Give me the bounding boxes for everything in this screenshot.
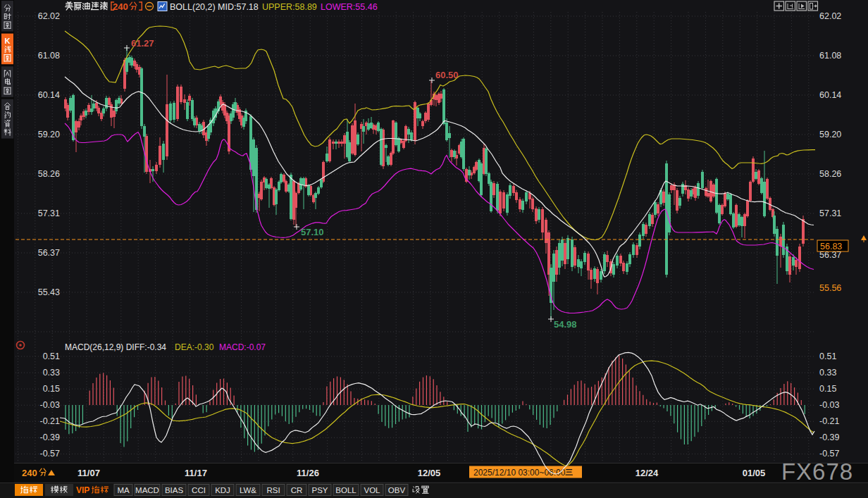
svg-text:BOLL: BOLL [335, 486, 356, 494]
svg-text:-0.57: -0.57 [819, 449, 840, 459]
svg-text:MA: MA [117, 486, 130, 494]
svg-text:LW&: LW& [240, 486, 256, 494]
svg-text:57.10: 57.10 [301, 227, 324, 237]
svg-text:0.15: 0.15 [819, 384, 836, 394]
svg-text:-0.03: -0.03 [40, 400, 61, 410]
svg-text:11/26: 11/26 [297, 468, 319, 478]
svg-text:-0.57: -0.57 [40, 449, 61, 459]
svg-text:DEA:-0.30: DEA:-0.30 [175, 342, 214, 352]
svg-text:12/05: 12/05 [418, 468, 441, 478]
svg-text:59.20: 59.20 [819, 130, 841, 139]
svg-text:60.14: 60.14 [38, 90, 60, 100]
svg-text:60.14: 60.14 [819, 90, 841, 100]
svg-text:VIP: VIP [76, 485, 89, 495]
svg-text:60.50: 60.50 [435, 70, 459, 80]
svg-text:01/05: 01/05 [743, 468, 766, 478]
svg-text:-0.39: -0.39 [40, 432, 61, 442]
svg-text:LOWER:55.46: LOWER:55.46 [321, 2, 378, 12]
svg-text:-0.21: -0.21 [819, 416, 840, 426]
svg-text:K: K [5, 37, 11, 45]
svg-text:UPPER:58.89: UPPER:58.89 [262, 2, 317, 12]
svg-text:56.37: 56.37 [38, 248, 60, 258]
svg-text:62.02: 62.02 [38, 11, 60, 21]
svg-text:-0.21: -0.21 [40, 416, 61, 426]
svg-text:62.02: 62.02 [819, 11, 841, 21]
svg-text:KDJ: KDJ [215, 486, 230, 494]
svg-text:PSY: PSY [311, 486, 328, 494]
svg-text:MACD:-0.07: MACD:-0.07 [219, 342, 266, 352]
svg-text:240: 240 [113, 1, 128, 12]
svg-text:BIAS: BIAS [165, 486, 184, 494]
svg-text:56.83: 56.83 [820, 242, 842, 251]
svg-text:0.33: 0.33 [43, 368, 60, 378]
svg-text:BOLL(20,2) MID:57.18: BOLL(20,2) MID:57.18 [170, 2, 259, 12]
svg-text:61.08: 61.08 [38, 51, 60, 61]
svg-text:CCI: CCI [192, 486, 206, 494]
svg-text:MACD(26,12,9) DIFF:-0.34: MACD(26,12,9) DIFF:-0.34 [65, 342, 166, 352]
svg-text:11/07: 11/07 [78, 468, 100, 478]
svg-text:0.51: 0.51 [819, 351, 836, 361]
svg-text:58.26: 58.26 [38, 169, 60, 179]
svg-text:55.43: 55.43 [38, 287, 60, 297]
svg-text:0.15: 0.15 [43, 384, 60, 394]
svg-text:57.31: 57.31 [38, 208, 60, 218]
svg-text:-0.39: -0.39 [819, 432, 840, 442]
svg-text:FX678: FX678 [781, 459, 853, 485]
svg-text:59.20: 59.20 [38, 130, 60, 139]
svg-text:57.31: 57.31 [819, 208, 841, 218]
svg-text:VOL: VOL [364, 486, 380, 494]
svg-text:61.08: 61.08 [819, 51, 841, 61]
svg-text:0.33: 0.33 [819, 368, 836, 378]
svg-text:MACD: MACD [135, 486, 159, 494]
svg-text:CR: CR [291, 486, 303, 494]
svg-text:240: 240 [22, 468, 37, 478]
svg-text:61.27: 61.27 [131, 38, 154, 49]
svg-text:-0.03: -0.03 [819, 400, 840, 410]
svg-text:58.26: 58.26 [819, 169, 841, 179]
svg-text:0.51: 0.51 [43, 351, 60, 361]
svg-text:12/24: 12/24 [636, 468, 659, 478]
svg-text:OBV: OBV [388, 486, 406, 494]
svg-text:54.98: 54.98 [554, 319, 577, 330]
svg-text:11/17: 11/17 [185, 468, 207, 478]
svg-text:55.56: 55.56 [819, 283, 841, 293]
svg-text:RSI: RSI [266, 486, 280, 494]
